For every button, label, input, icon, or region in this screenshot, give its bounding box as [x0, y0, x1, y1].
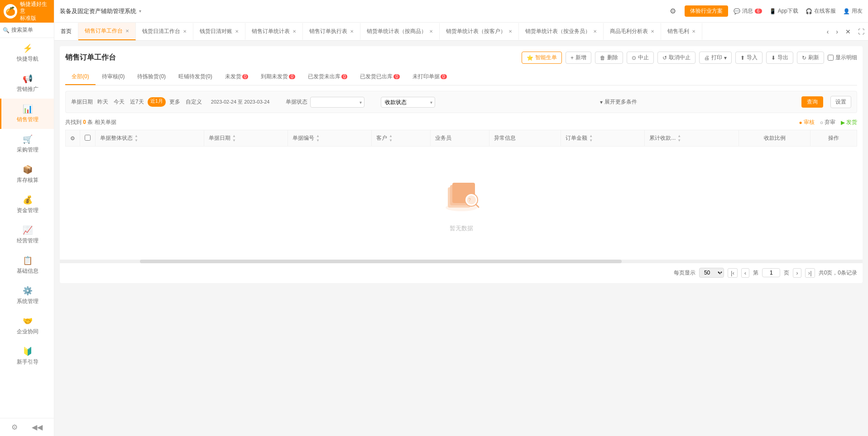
- subtab-shipped-out[interactable]: 已发货已出库0: [354, 69, 406, 85]
- th-checkbox[interactable]: [80, 130, 96, 147]
- th-number[interactable]: 单据编号 ▲▼: [288, 130, 371, 147]
- sidebar-item-basic[interactable]: 📋 基础信息: [0, 250, 54, 280]
- export-button[interactable]: ⬇ 导出: [766, 52, 793, 64]
- search-button[interactable]: 查询: [801, 96, 823, 108]
- filter-more[interactable]: 更多: [168, 97, 182, 107]
- th-status[interactable]: 单据整体状态 ▲▼: [96, 130, 204, 147]
- tab-cash-daily-close[interactable]: ✕: [183, 29, 187, 34]
- sidebar-item-system[interactable]: ⚙️ 系统管理: [0, 280, 54, 311]
- tab-sales-product[interactable]: 销货单统计表（按商品） ✕: [360, 23, 440, 40]
- th-ratio[interactable]: 收款比例: [739, 130, 810, 147]
- topbar-app-download[interactable]: 📱 App下载: [769, 7, 798, 15]
- sidebar-item-collab[interactable]: 🤝 企业协同: [0, 311, 54, 341]
- th-amount[interactable]: 订单金额 ▲▼: [561, 130, 645, 147]
- sidebar-item-inventory[interactable]: 📦 库存核算: [0, 159, 54, 190]
- tab-cash-reconcile-close[interactable]: ✕: [235, 29, 239, 34]
- pagination-prev[interactable]: ‹: [741, 268, 749, 278]
- tab-cash-daily[interactable]: 钱货日清工作台 ✕: [136, 23, 193, 40]
- tab-sales-exec[interactable]: 销售订单执行表 ✕: [303, 23, 360, 40]
- settings-filter-button[interactable]: 设置: [830, 96, 851, 108]
- pagination-last[interactable]: ›|: [805, 268, 815, 278]
- th-settings[interactable]: ⚙: [66, 130, 80, 147]
- cancel-stop-button[interactable]: ↺ 取消中止: [657, 52, 695, 64]
- sidebar-search[interactable]: 🔍 搜索菜单: [0, 23, 54, 38]
- pagination-next[interactable]: ›: [793, 268, 801, 278]
- tabs-scroll-right[interactable]: ›: [832, 25, 842, 38]
- tab-sales-customer[interactable]: 销货单统计表（按客户） ✕: [440, 23, 519, 40]
- subtab-all[interactable]: 全部(0): [65, 69, 96, 85]
- tab-sales-staff[interactable]: 销货单统计表（按业务员） ✕: [519, 23, 604, 40]
- sidebar-settings-icon[interactable]: ⚙: [11, 423, 18, 431]
- show-detail-checkbox-wrapper[interactable]: 显示明细: [828, 54, 857, 62]
- th-collected[interactable]: 累计收款... ▲▼: [645, 130, 739, 147]
- tab-sales-exec-close[interactable]: ✕: [350, 29, 354, 34]
- th-customer[interactable]: 客户 ▲▼: [371, 130, 430, 147]
- batch-cancel-review-button[interactable]: ○ 弃审: [820, 118, 835, 126]
- pagination-first[interactable]: |‹: [728, 268, 738, 278]
- tab-cash-reconcile[interactable]: 钱货日清对账 ✕: [193, 23, 245, 40]
- batch-ship-button[interactable]: ▶ 发货: [841, 118, 857, 126]
- tab-sales-product-close[interactable]: ✕: [429, 29, 433, 34]
- filter-expand-button[interactable]: ▾ 展开更多条件: [600, 98, 637, 106]
- subtab-shipped-in[interactable]: 已发货未出库0: [302, 69, 354, 85]
- subtab-unprinted[interactable]: 未打印单据0: [406, 69, 453, 85]
- delete-button[interactable]: 🗑 删除: [595, 52, 623, 64]
- subtab-wangpu[interactable]: 旺铺待发货(0): [172, 69, 219, 85]
- select-all-checkbox[interactable]: [85, 135, 91, 141]
- filter-today[interactable]: 今天: [112, 97, 126, 107]
- tabs-close-current[interactable]: ✕: [842, 25, 854, 38]
- tabs-scroll-left[interactable]: ‹: [823, 25, 833, 38]
- tab-sales-margin[interactable]: 销售毛利 ✕: [661, 23, 702, 40]
- subtab-pending-check[interactable]: 待拣验货(0): [131, 69, 172, 85]
- filter-custom[interactable]: 自定义: [184, 97, 204, 107]
- tab-sales-stats[interactable]: 销售订单统计表 ✕: [245, 23, 303, 40]
- tab-sales-margin-close[interactable]: ✕: [692, 29, 695, 34]
- filter-7days[interactable]: 近7天: [128, 97, 146, 107]
- print-button[interactable]: 🖨 打印 ▾: [699, 52, 732, 64]
- filter-1month[interactable]: 近1月: [148, 97, 166, 107]
- topbar-online-service[interactable]: 🎧 在线客服: [806, 7, 836, 15]
- topbar-settings-button[interactable]: ⚙: [667, 5, 679, 18]
- page-input[interactable]: [762, 268, 780, 277]
- scrollbar-thumb[interactable]: [140, 260, 622, 263]
- batch-review-button[interactable]: ● 审核: [799, 118, 815, 126]
- subtab-pending-review[interactable]: 待审核(0): [96, 69, 131, 85]
- th-staff[interactable]: 业务员: [431, 130, 489, 147]
- sidebar-item-marketing[interactable]: 📢 营销推广: [0, 68, 54, 99]
- filter-yesterday[interactable]: 昨天: [96, 97, 110, 107]
- sidebar-item-finance[interactable]: 💰 资金管理: [0, 190, 54, 220]
- industry-btn[interactable]: 体验行业方案: [685, 5, 728, 17]
- sidebar-item-purchase[interactable]: 🛒 采购管理: [0, 129, 54, 159]
- sidebar-item-sales[interactable]: 📊 销售管理: [0, 99, 54, 129]
- topbar-message[interactable]: 💬 消息 6: [734, 7, 762, 15]
- sidebar-item-operations[interactable]: 📈 经营管理: [0, 220, 54, 250]
- tab-sales-order[interactable]: 销售订单工作台 ✕: [78, 23, 136, 40]
- sidebar-item-guide[interactable]: 🔰 新手引导: [0, 341, 54, 371]
- sidebar-collapse-icon[interactable]: ◀◀: [32, 423, 43, 431]
- tab-sales-order-close[interactable]: ✕: [125, 28, 129, 33]
- stop-button[interactable]: ⊙ 中止: [627, 52, 654, 64]
- per-page-select[interactable]: 10 20 50 100: [699, 268, 724, 278]
- th-abnormal[interactable]: 异常信息: [489, 130, 561, 147]
- refresh-button[interactable]: ↻ 刷新: [797, 52, 824, 64]
- filter-status-select[interactable]: [310, 97, 364, 108]
- tab-home[interactable]: 首页: [54, 23, 78, 40]
- th-date[interactable]: 单据日期 ▲▼: [204, 130, 288, 147]
- tab-gross-margin[interactable]: 商品毛利分析表 ✕: [604, 23, 661, 40]
- subtab-overdue[interactable]: 到期未发货0: [254, 69, 302, 85]
- sidebar-item-quicknav[interactable]: ⚡ 快捷导航: [0, 38, 54, 68]
- add-button[interactable]: + 新增: [566, 52, 591, 64]
- horizontal-scrollbar[interactable]: [60, 260, 863, 263]
- tab-sales-stats-close[interactable]: ✕: [293, 29, 296, 34]
- tab-sales-customer-close[interactable]: ✕: [508, 29, 512, 34]
- topbar-user[interactable]: 👤 用友: [843, 7, 863, 15]
- tab-gross-margin-close[interactable]: ✕: [651, 29, 654, 34]
- system-dropdown-icon[interactable]: ▾: [139, 9, 141, 14]
- import-button[interactable]: ⬆ 导入: [735, 52, 762, 64]
- tab-sales-staff-close[interactable]: ✕: [593, 29, 597, 34]
- subtab-unshipped[interactable]: 未发货0: [219, 69, 255, 85]
- show-detail-checkbox[interactable]: [828, 55, 834, 61]
- filter-payment-select[interactable]: 收款状态: [381, 97, 435, 108]
- smart-create-button[interactable]: ⭐ 智能生单: [522, 52, 562, 64]
- tabs-maximize[interactable]: ⛶: [854, 25, 868, 38]
